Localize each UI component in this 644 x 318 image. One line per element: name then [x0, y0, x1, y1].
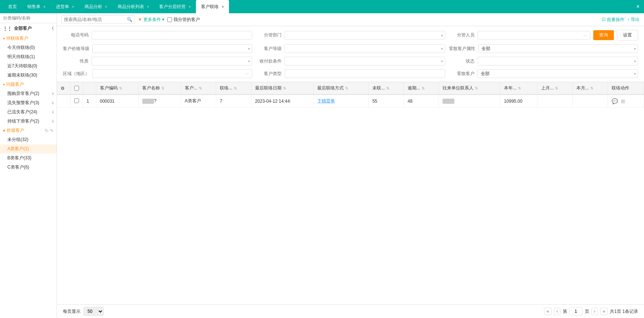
close-tab-analysis-list[interactable]: ×	[147, 5, 149, 9]
th-level-sort[interactable]: ⇅	[199, 86, 202, 90]
nav-tab-customer-contact[interactable]: 客户联络 ×	[196, 0, 229, 13]
close-tab-purchase[interactable]: ×	[72, 5, 74, 9]
nav-tab-analysis-list[interactable]: 商品分析列表 ×	[112, 0, 154, 13]
grid-action-icon[interactable]: ⊞	[621, 98, 625, 104]
th-last-month[interactable]: 上月... ⇅	[537, 82, 573, 95]
prev-page-btn[interactable]: ‹	[554, 308, 561, 315]
filter-cust-type-input[interactable]	[285, 69, 445, 78]
th-this-month-sort[interactable]: ⇅	[590, 86, 593, 90]
filter-person-input[interactable]: ···	[477, 31, 590, 40]
th-code-sort[interactable]: ⇅	[119, 86, 122, 90]
th-last-date-sort[interactable]: ⇅	[283, 86, 286, 90]
th-unit-contact-sort[interactable]: ⇅	[475, 86, 478, 90]
query-button[interactable]: 查询	[593, 30, 614, 40]
first-page-btn[interactable]: «	[544, 308, 552, 315]
th-contact-count-sort[interactable]: ⇅	[234, 86, 237, 90]
sidebar-item-abnormal[interactable]: 囤购异常客户(2) ℹ	[0, 89, 57, 98]
th-last-month-sort[interactable]: ⇅	[555, 86, 558, 90]
filter-more-conditions[interactable]: ▼ 更多条件 ▾	[138, 17, 164, 23]
select-all-checkbox[interactable]	[74, 86, 79, 91]
sidebar-item-ungrouped[interactable]: 未分组(32)	[0, 135, 57, 144]
sidebar-group-pending[interactable]: ▾ 待联络客户	[0, 34, 57, 43]
th-contact-count[interactable]: 联络... ⇅	[216, 82, 251, 95]
close-tab-customer-mgmt[interactable]: ×	[189, 5, 191, 9]
close-tab-customer-contact[interactable]: ×	[222, 5, 224, 9]
td-checkbox[interactable]	[70, 95, 83, 107]
td-this-month	[573, 95, 608, 107]
sidebar-group-problem-arrow: ▾	[3, 82, 5, 86]
th-this-year-sort[interactable]: ⇅	[518, 86, 521, 90]
th-last-date[interactable]: 最后联络日期 ⇅	[251, 82, 314, 95]
th-this-year[interactable]: 本年... ⇅	[500, 82, 537, 95]
nav-tab-sales[interactable]: 销售单 ×	[22, 0, 51, 13]
close-tab-analysis[interactable]: ×	[105, 5, 107, 9]
th-checkbox[interactable]	[70, 82, 83, 95]
my-customers-checkbox[interactable]	[167, 17, 172, 22]
filter-status-select[interactable]	[477, 57, 638, 66]
my-customers-checkbox-label[interactable]: 我分管的客户	[167, 17, 200, 23]
filter-search-input[interactable]	[64, 17, 125, 22]
sidebar-search-input[interactable]	[3, 15, 57, 21]
th-settings[interactable]: ⚙	[57, 82, 70, 95]
nav-tab-analysis[interactable]: 商品分析 ×	[79, 0, 112, 13]
th-name[interactable]: 客户名称 ⇅	[139, 82, 181, 95]
filter-search-icon[interactable]: 🔍	[127, 17, 132, 22]
th-this-month[interactable]: 本月... ⇅	[573, 82, 608, 95]
filter-nature-select[interactable]	[92, 57, 252, 66]
sidebar-item-churned[interactable]: 已流失客户(24) ℹ	[0, 107, 57, 117]
sidebar-item-overdue[interactable]: 逾期未联络(30)	[0, 71, 57, 80]
sidebar-item-a-class[interactable]: A类客户(1)	[0, 144, 57, 153]
sidebar-collapse-icon[interactable]: 《	[50, 26, 54, 31]
close-tab-sales[interactable]: ×	[43, 5, 46, 9]
sidebar-item-7days[interactable]: 近7天待联络(0)	[0, 61, 57, 71]
sidebar-all-customers[interactable]: ⋮⋮ 全部客户 《	[0, 23, 57, 34]
td-last-method[interactable]: 下销货单	[314, 95, 369, 107]
sidebar-edit-icon[interactable]: ✎	[50, 128, 54, 133]
window-close-button[interactable]: ×	[635, 2, 641, 11]
th-overdue-sort[interactable]: ⇅	[422, 86, 425, 90]
page-input[interactable]	[569, 307, 583, 315]
per-page-select[interactable]: 50 10 20 100	[83, 307, 104, 316]
th-code[interactable]: 客户编码 ⇅	[96, 82, 139, 95]
th-last-method[interactable]: 最后联络方式 ⇅	[314, 82, 369, 95]
export-btn[interactable]: ↑ 导出	[627, 17, 640, 23]
nav-tab-purchase[interactable]: 进货单 ×	[51, 0, 79, 13]
last-method-link[interactable]: 下销货单	[317, 98, 335, 103]
filter-retail-cust-select[interactable]: 全部	[477, 69, 638, 78]
filter-payment-select[interactable]	[285, 57, 445, 66]
th-contact-count-label: 联络...	[220, 85, 232, 91]
filter-region-input[interactable]: ···	[92, 69, 252, 78]
setting-button[interactable]: 设置	[617, 30, 638, 40]
filter-payment-wrap: ▾	[285, 57, 445, 66]
filter-dept-select[interactable]	[285, 31, 445, 40]
sidebar-item-b-class[interactable]: B类客户(33)	[0, 153, 57, 163]
nav-tab-customer-mgmt[interactable]: 客户分层经营 ×	[154, 0, 196, 13]
th-no-contact-sort[interactable]: ⇅	[386, 86, 389, 90]
sidebar-item-today[interactable]: 今天待联络(0)	[0, 43, 57, 52]
th-unit-contact[interactable]: 往来单位联系人 ⇅	[439, 82, 500, 95]
filter-phone-input[interactable]	[92, 31, 252, 40]
sidebar-item-c-class[interactable]: C类客户(6)	[0, 163, 57, 172]
sidebar-refresh-icon[interactable]: ↻	[45, 128, 49, 133]
sidebar-item-declining[interactable]: 持续下滑客户(2) ℹ	[0, 117, 57, 126]
th-no-contact[interactable]: 未联... ⇅	[369, 82, 404, 95]
comment-action-icon[interactable]: 💬	[612, 98, 618, 104]
filter-retail-attr-select[interactable]: 全部	[478, 44, 638, 53]
sidebar-group-problem[interactable]: ▾ 问题客户	[0, 80, 57, 89]
batch-operation-btn[interactable]: ☑ 批量操作	[602, 17, 625, 23]
filter-price-level-select[interactable]	[92, 44, 252, 53]
row-checkbox[interactable]	[74, 98, 79, 103]
sidebar-item-tomorrow[interactable]: 明天待联络(1)	[0, 52, 57, 61]
th-name-sort[interactable]: ⇅	[161, 86, 164, 90]
sidebar-value-icon-btns: ↻ ✎	[45, 128, 54, 133]
sidebar-item-churn-warn[interactable]: 流失预警客户(3) ℹ	[0, 98, 57, 107]
th-overdue[interactable]: 逾期... ⇅	[404, 82, 439, 95]
last-page-btn[interactable]: »	[600, 308, 608, 315]
th-last-method-sort[interactable]: ⇅	[345, 86, 348, 90]
filter-cust-level-select[interactable]	[285, 44, 445, 53]
settings-icon[interactable]: ⚙	[61, 86, 65, 91]
next-page-btn[interactable]: ›	[591, 308, 598, 315]
nav-home[interactable]: 首页	[3, 0, 22, 13]
sidebar-group-value[interactable]: ▾ 价值客户 ↻ ✎	[0, 126, 57, 135]
th-level[interactable]: 客户... ⇅	[181, 82, 216, 95]
